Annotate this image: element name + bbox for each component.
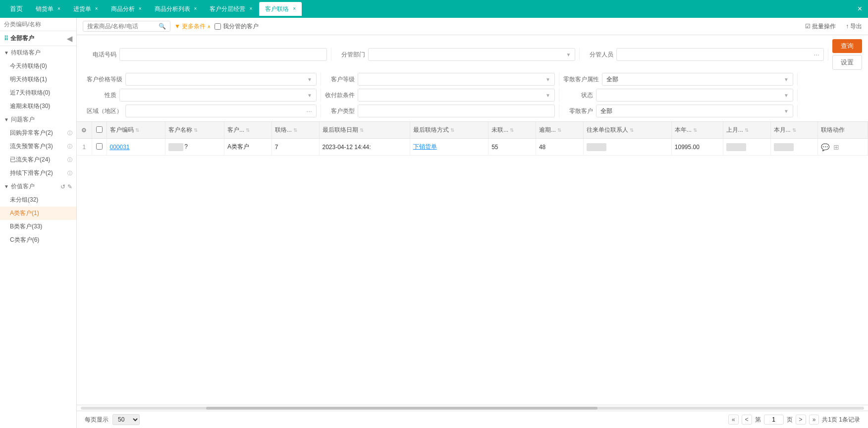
close-purchase-order[interactable]: × xyxy=(95,2,98,16)
row-checkbox-cell[interactable] xyxy=(92,139,107,156)
page-size-select[interactable]: 10 20 50 100 xyxy=(112,414,140,425)
row-name[interactable]: ? xyxy=(165,139,224,156)
sidebar-item-today-pending[interactable]: 今天待联络(0) xyxy=(0,59,76,73)
phone-text-input[interactable] xyxy=(124,51,323,58)
sidebar-item-7days-pending[interactable]: 近7天待联络(0) xyxy=(0,86,76,100)
row-last-contact-date: 2023-04-12 14:44: xyxy=(319,139,410,156)
sidebar-item-class-b[interactable]: B类客户(33) xyxy=(0,220,76,233)
sort-not-contact[interactable]: ⇅ xyxy=(510,127,514,133)
chat-icon[interactable]: 💬 xyxy=(821,143,829,151)
close-customer-contact[interactable]: × xyxy=(293,2,296,16)
status-select[interactable]: ▼ xyxy=(596,89,793,102)
nav-product-analysis[interactable]: 商品分析 × xyxy=(105,2,148,16)
close-customer-segment[interactable]: × xyxy=(249,2,252,16)
prev-page-btn[interactable]: < xyxy=(742,415,752,425)
retail-attr-select[interactable]: 全部 ▼ xyxy=(602,73,793,86)
person-input[interactable]: ··· xyxy=(616,48,824,61)
sort-ctype[interactable]: ⇅ xyxy=(246,127,250,133)
sort-last-method[interactable]: ⇅ xyxy=(450,127,454,133)
sidebar-group-pending-header[interactable]: ▼ 待联络客户 xyxy=(0,46,76,59)
page-number-input[interactable] xyxy=(764,415,784,425)
sidebar-item-churned[interactable]: 已流失客户(24) ⓘ xyxy=(0,153,76,166)
nav-product-analysis-list[interactable]: 商品分析列表 × xyxy=(149,2,203,16)
sidebar-item-class-a[interactable]: A类客户(1) xyxy=(0,207,76,220)
filter-row-1: 电话号码 分管部门 ▼ 分管人员 ··· xyxy=(83,39,862,70)
edit-icon[interactable]: ✎ xyxy=(67,183,72,190)
nav-customer-contact[interactable]: 客户联络 × xyxy=(259,2,302,16)
sidebar-item-declining[interactable]: 持续下滑客户(2) ⓘ xyxy=(0,166,76,180)
sort-year-amount[interactable]: ⇅ xyxy=(693,127,697,133)
sidebar-item-class-c[interactable]: C类客户(6) xyxy=(0,233,76,247)
nav-sales-order[interactable]: 销货单 × xyxy=(30,2,66,16)
sort-contact[interactable]: ⇅ xyxy=(293,127,297,133)
my-customer-filter[interactable]: 我分管的客户 xyxy=(215,22,259,31)
table-header-row: ⚙ 客户编码 ⇅ 客户名称 xyxy=(77,122,868,139)
next-page-btn[interactable]: > xyxy=(796,415,806,425)
filter-dept: 分管部门 ▼ xyxy=(331,48,580,61)
sidebar-item-churn-warning[interactable]: 流失预警客户(3) ⓘ xyxy=(0,140,76,153)
dots-icon-person[interactable]: ··· xyxy=(814,51,819,58)
refresh-icon[interactable]: ↺ xyxy=(60,183,65,190)
nav-customer-segment[interactable]: 客户分层经营 × xyxy=(204,2,258,16)
nature-select[interactable]: ▼ xyxy=(119,89,317,102)
export-btn[interactable]: ↑ 导出 xyxy=(846,22,862,31)
region-dots-icon[interactable]: ··· xyxy=(306,107,312,115)
sort-last-date[interactable]: ⇅ xyxy=(360,127,364,133)
sidebar-collapse-btn[interactable]: ◀ xyxy=(67,35,72,43)
row-code[interactable]: 000031 xyxy=(107,139,165,156)
query-button[interactable]: 查询 xyxy=(832,39,862,53)
row-last-contact-method[interactable]: 下销货单 xyxy=(410,139,488,156)
retail-attr-label: 零散客户属性 xyxy=(563,75,599,84)
close-all-tabs[interactable]: × xyxy=(856,2,864,15)
last-month-placeholder xyxy=(726,143,746,151)
sort-contact-person[interactable]: ⇅ xyxy=(630,127,634,133)
sidebar-item-repurchase-abnormal[interactable]: 回购异常客户(2) ⓘ xyxy=(0,126,76,140)
nav-purchase-order[interactable]: 进货单 × xyxy=(67,2,104,16)
sort-overdue[interactable]: ⇅ xyxy=(557,127,561,133)
info-icon-1: ⓘ xyxy=(67,130,72,137)
close-product-analysis[interactable]: × xyxy=(139,2,142,16)
batch-operation-btn[interactable]: ☑ 批量操作 xyxy=(805,22,836,31)
contact-method-link[interactable]: 下销货单 xyxy=(413,143,437,150)
payment-select[interactable]: ▼ xyxy=(358,89,555,102)
my-customer-checkbox[interactable] xyxy=(215,23,221,30)
sidebar-item-ungrouped[interactable]: 未分组(32) xyxy=(0,193,76,207)
last-page-btn[interactable]: » xyxy=(809,415,819,425)
filter-search-box: 🔍 xyxy=(83,21,170,32)
first-page-btn[interactable]: « xyxy=(728,415,739,425)
sidebar-group-value-header[interactable]: ▼ 价值客户 ↺ ✎ xyxy=(0,180,76,193)
dept-select[interactable]: ▼ xyxy=(368,48,576,61)
price-level-select[interactable]: ▼ xyxy=(125,73,317,86)
sort-code[interactable]: ⇅ xyxy=(135,127,139,133)
filter-search-icon[interactable]: 🔍 xyxy=(159,23,166,30)
sidebar-group-problem-header[interactable]: ▼ 问题客户 xyxy=(0,113,76,126)
close-sales-order[interactable]: × xyxy=(57,2,60,16)
page-nav-area: « < 第 页 > » 共1页 1条记录 xyxy=(728,415,860,425)
retail-customer-select[interactable]: 全部 ▼ xyxy=(596,105,793,117)
phone-input[interactable] xyxy=(119,48,327,61)
sort-name[interactable]: ⇅ xyxy=(194,127,198,133)
row-checkbox[interactable] xyxy=(96,143,103,150)
filter-search-input[interactable] xyxy=(87,23,157,30)
customer-type-input[interactable] xyxy=(358,105,555,117)
sidebar-item-overdue-contact[interactable]: 逾期未联络(30) xyxy=(0,100,76,113)
customer-type-text-input[interactable] xyxy=(362,107,550,114)
sort-this-month[interactable]: ⇅ xyxy=(792,127,796,133)
gear-icon[interactable]: ⚙ xyxy=(81,127,87,134)
sidebar-item-tomorrow-pending[interactable]: 明天待联络(1) xyxy=(0,73,76,86)
th-checkbox[interactable] xyxy=(92,122,107,139)
sort-last-month[interactable]: ⇅ xyxy=(745,127,749,133)
th-gear[interactable]: ⚙ xyxy=(77,122,92,139)
horizontal-scrollbar-thumb[interactable] xyxy=(206,407,598,410)
customer-level-select[interactable]: ▼ xyxy=(358,73,555,86)
nav-home[interactable]: 首页 xyxy=(4,2,29,16)
settings-button[interactable]: 设置 xyxy=(832,55,862,70)
close-product-analysis-list[interactable]: × xyxy=(194,2,197,16)
select-all-checkbox[interactable] xyxy=(96,126,103,133)
page-size-area: 每页显示 10 20 50 100 xyxy=(85,414,140,425)
region-input[interactable]: ··· xyxy=(125,105,317,117)
sidebar-search-input[interactable] xyxy=(4,21,77,28)
filter-more-btn[interactable]: ▼ 更多条件 ∧ xyxy=(174,22,211,31)
row-contact-person xyxy=(583,139,671,156)
qr-icon[interactable]: ⊞ xyxy=(833,143,839,151)
